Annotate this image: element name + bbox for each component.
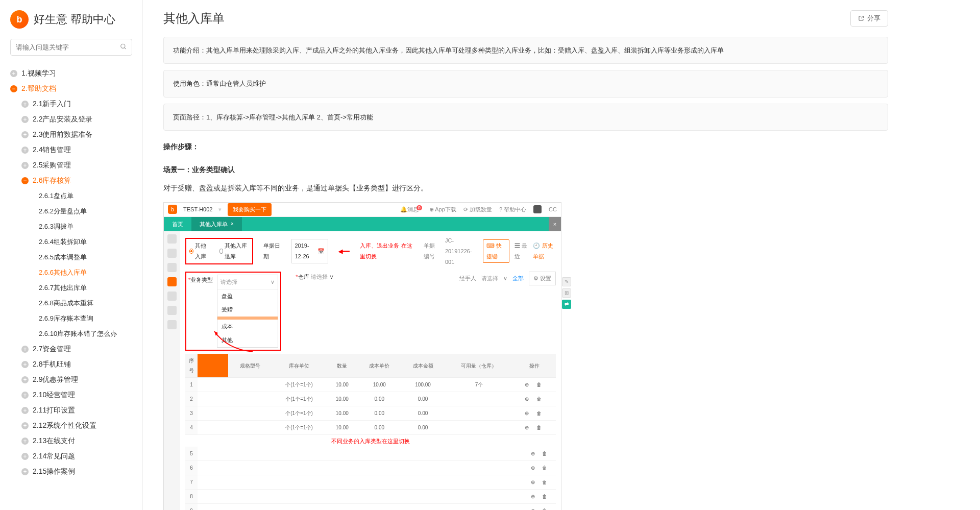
- mock-tab-home: 首页: [164, 217, 191, 231]
- nav-item[interactable]: 2.6.4组装拆卸单: [10, 234, 132, 250]
- plus-icon: [21, 162, 29, 169]
- plus-icon: [21, 346, 29, 353]
- page-title: 其他入库单: [163, 10, 225, 27]
- plus-icon: [21, 147, 29, 154]
- nav-item[interactable]: 2.13在线支付: [10, 433, 132, 449]
- nav-item[interactable]: 2.6.9库存账本查询: [10, 311, 132, 326]
- nav-item[interactable]: 2.6.5成本调整单: [10, 250, 132, 265]
- table-row: 1个(1个=1个)10.0010.00100.007个⊕ 🗑: [185, 378, 556, 392]
- nav-item[interactable]: 2.9优惠券管理: [10, 372, 132, 387]
- brand: b 好生意 帮助中心: [10, 10, 132, 29]
- plus-icon: [21, 116, 29, 123]
- annotation-text-2: 不同业务的入库类型在这里切换: [185, 436, 556, 447]
- nav-item[interactable]: 2.8手机旺铺: [10, 357, 132, 372]
- path-box: 页面路径：1、库存核算->库存管理->其他入库单 2、首页->常用功能: [163, 104, 888, 131]
- mock-logo-icon: b: [168, 205, 177, 214]
- nav-item[interactable]: 2.3使用前数据准备: [10, 127, 132, 142]
- annotation-text-1: 入库、退出业务 在这里切换: [360, 240, 413, 262]
- plus-icon: [21, 376, 29, 383]
- radio-return: 其他入库退库: [219, 240, 250, 262]
- table-row: 4个(1个=1个)10.000.000.00⊕ 🗑: [185, 421, 556, 435]
- steps-heading: 操作步骤：: [163, 140, 888, 154]
- table-row: 8⊕ 🗑: [185, 489, 556, 503]
- plus-icon: [21, 392, 29, 399]
- mock-account: TEST-H002: [183, 204, 212, 215]
- share-button[interactable]: 分享: [850, 10, 888, 27]
- minus-icon: [10, 85, 17, 92]
- main-content: 其他入库单 分享 功能介绍：其他入库单用来处理除采购入库、产成品入库之外的其他入…: [143, 0, 909, 510]
- scene1-heading: 场景一：业务类型确认: [163, 163, 888, 177]
- nav-item[interactable]: 2.4销售管理: [10, 142, 132, 158]
- table-row: 6⊕ 🗑: [185, 460, 556, 475]
- nav-item[interactable]: 2.1新手入门: [10, 96, 132, 112]
- nav-item[interactable]: 2.7资金管理: [10, 342, 132, 357]
- nav-item[interactable]: 1.视频学习: [10, 66, 132, 81]
- plus-icon: [21, 407, 29, 414]
- nav-item[interactable]: 2.6.10库存账本错了怎么办: [10, 326, 132, 342]
- nav-item[interactable]: 2.6.1盘点单: [10, 188, 132, 204]
- plus-icon: [21, 468, 29, 475]
- plus-icon: [21, 453, 29, 460]
- mock-table: 序号 规格型号 库存单位 数量 成本单价 成本金额 可用量（仓库） 操作 1个(…: [185, 354, 556, 435]
- plus-icon: [21, 101, 29, 108]
- float-tools: ✎⊞⇄: [562, 277, 571, 309]
- plus-icon: [21, 131, 29, 138]
- nav-tree: 1.视频学习2.帮助文档2.1新手入门2.2产品安装及登录2.3使用前数据准备2…: [10, 66, 132, 479]
- mock-buy-button: 我要购买一下: [228, 203, 272, 216]
- svg-line-1: [125, 47, 126, 49]
- arrow-icon: ◀━━: [338, 246, 350, 257]
- mock-top-links: 🔔消息0 ⊕ App下载 ⟳ 加载数量 ? 帮助中心 CC: [400, 204, 557, 215]
- nav-item[interactable]: 2.帮助文档: [10, 81, 132, 96]
- nav-item[interactable]: 2.11打印设置: [10, 403, 132, 418]
- sidebar: b 好生意 帮助中心 1.视频学习2.帮助文档2.1新手入门2.2产品安装及登录…: [0, 0, 143, 510]
- plus-icon: [21, 422, 29, 429]
- search-input[interactable]: [10, 39, 132, 56]
- nav-item[interactable]: 2.6.2分量盘点单: [10, 204, 132, 219]
- search-icon[interactable]: [120, 43, 127, 52]
- nav-item[interactable]: 2.10经营管理: [10, 387, 132, 403]
- scene1-desc: 对于受赠、盘盈或是拆装入库等不同的业务，是通过单据头【业务类型】进行区分。: [163, 181, 888, 195]
- type-dropdown: 请选择∨ 盘盈 受赠 成本 其他: [217, 275, 278, 348]
- mock-sidebar: [164, 231, 180, 510]
- nav-item[interactable]: 2.14常见问题: [10, 449, 132, 464]
- mock-topbar: b TEST-H002 ▾ 我要购买一下 🔔消息0 ⊕ App下载 ⟳ 加载数量…: [164, 203, 561, 217]
- nav-item[interactable]: 2.6.8商品成本重算: [10, 296, 132, 311]
- mock-tab-active: 其他入库单×: [191, 217, 242, 231]
- share-icon: [858, 15, 864, 21]
- nav-item[interactable]: 2.6.6其他入库单: [10, 265, 132, 280]
- search-box: [10, 39, 132, 56]
- nav-item[interactable]: 2.2产品安装及登录: [10, 112, 132, 127]
- nav-item[interactable]: 2.15操作案例: [10, 464, 132, 479]
- table-row: 9⊕ 🗑: [185, 503, 556, 510]
- date-input: 2019-12-26📅: [291, 239, 329, 263]
- table-row: 5⊕ 🗑: [185, 447, 556, 461]
- avatar-icon: [533, 205, 542, 213]
- brand-icon: b: [10, 10, 29, 29]
- annotation-box-1: 其他入库 其他入库退库: [185, 238, 253, 264]
- mock-tabs: 首页 其他入库单× ×: [164, 217, 561, 231]
- nav-item[interactable]: 2.6.3调拨单: [10, 219, 132, 234]
- plus-icon: [21, 438, 29, 445]
- close-icon: ×: [549, 217, 561, 231]
- table-row: 7⊕ 🗑: [185, 475, 556, 489]
- brand-text: 好生意 帮助中心: [34, 12, 115, 27]
- nav-item[interactable]: 2.5采购管理: [10, 158, 132, 173]
- plus-icon: [21, 361, 29, 368]
- role-box: 使用角色：通常由仓管人员维护: [163, 70, 888, 97]
- radio-in: 其他入库: [189, 240, 211, 262]
- table-row: 3个(1个=1个)10.000.000.00⊕ 🗑: [185, 406, 556, 421]
- plus-icon: [10, 70, 17, 77]
- annotation-box-2: *业务类型 请选择∨ 盘盈 受赠 成本 其他: [185, 272, 281, 351]
- nav-item[interactable]: 2.6库存核算: [10, 173, 132, 188]
- nav-item[interactable]: 2.12系统个性化设置: [10, 418, 132, 433]
- table-row: 2个(1个=1个)10.000.000.00⊕ 🗑: [185, 392, 556, 406]
- intro-box: 功能介绍：其他入库单用来处理除采购入库、产成品入库之外的其他入库业务，因此其他入…: [163, 37, 888, 64]
- svg-point-0: [121, 44, 125, 48]
- minus-icon: [21, 177, 29, 184]
- screenshot-mock: b TEST-H002 ▾ 我要购买一下 🔔消息0 ⊕ App下载 ⟳ 加载数量…: [163, 202, 561, 510]
- nav-item[interactable]: 2.6.7其他出库单: [10, 280, 132, 296]
